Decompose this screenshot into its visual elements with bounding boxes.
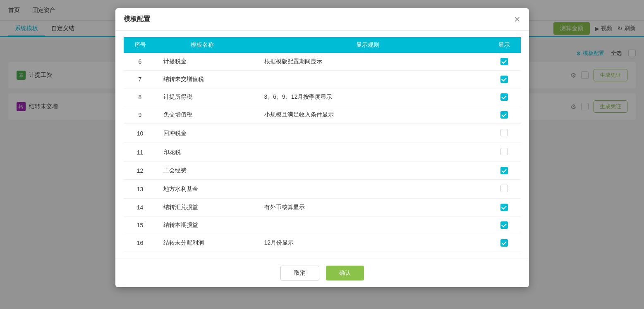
table-row: 13地方水利基金 (124, 180, 521, 199)
row-checkbox[interactable] (500, 76, 508, 83)
row-rule: 根据模版配置期间显示 (248, 53, 488, 71)
modal-header: 模板配置 ✕ (115, 8, 529, 31)
row-rule (248, 143, 488, 162)
row-checkbox-cell (488, 71, 521, 88)
row-id: 11 (124, 143, 157, 162)
row-checkbox-cell (488, 234, 521, 252)
modal-overlay: 模板配置 ✕ 序号 模板名称 显示规则 显示 6计提税金根据模版配置期间显示7结… (0, 0, 644, 309)
row-name: 结转未分配利润 (157, 234, 248, 252)
row-checkbox-cell (488, 143, 521, 162)
modal-footer: 取消 确认 (115, 259, 529, 287)
modal-title: 模板配置 (124, 15, 150, 24)
config-table: 序号 模板名称 显示规则 显示 6计提税金根据模版配置期间显示7结转未交增值税8… (124, 37, 521, 252)
row-checkbox[interactable] (500, 185, 508, 192)
row-name: 印花税 (157, 143, 248, 162)
row-rule (248, 180, 488, 199)
row-checkbox[interactable] (500, 58, 508, 65)
table-row: 16结转未分配利润12月份显示 (124, 234, 521, 252)
row-rule (248, 124, 488, 143)
row-rule: 3、6、9、12月按季度显示 (248, 88, 488, 106)
row-checkbox-cell (488, 162, 521, 180)
row-id: 12 (124, 162, 157, 180)
row-id: 8 (124, 88, 157, 106)
row-checkbox-cell (488, 53, 521, 71)
col-header-name: 模板名称 (157, 37, 248, 53)
row-id: 13 (124, 180, 157, 199)
row-rule: 小规模且满足收入条件显示 (248, 106, 488, 124)
table-row: 12工会经费 (124, 162, 521, 180)
row-rule (248, 71, 488, 88)
cancel-button[interactable]: 取消 (280, 266, 319, 280)
table-row: 14结转汇兑损益有外币核算显示 (124, 199, 521, 216)
row-checkbox[interactable] (500, 167, 508, 174)
row-checkbox-cell (488, 180, 521, 199)
modal-close-button[interactable]: ✕ (514, 15, 521, 24)
row-rule: 12月份显示 (248, 234, 488, 252)
row-id: 15 (124, 216, 157, 234)
row-checkbox-cell (488, 106, 521, 124)
row-name: 结转本期损益 (157, 216, 248, 234)
table-row: 9免交增值税小规模且满足收入条件显示 (124, 106, 521, 124)
row-name: 免交增值税 (157, 106, 248, 124)
col-header-rule: 显示规则 (248, 37, 488, 53)
row-name: 地方水利基金 (157, 180, 248, 199)
row-name: 工会经费 (157, 162, 248, 180)
row-checkbox[interactable] (500, 239, 508, 247)
confirm-button[interactable]: 确认 (326, 266, 364, 280)
row-checkbox-cell (488, 199, 521, 216)
table-row: 11印花税 (124, 143, 521, 162)
row-checkbox-cell (488, 88, 521, 106)
template-config-modal: 模板配置 ✕ 序号 模板名称 显示规则 显示 6计提税金根据模版配置期间显示7结… (115, 8, 529, 287)
row-id: 14 (124, 199, 157, 216)
table-row: 7结转未交增值税 (124, 71, 521, 88)
row-checkbox[interactable] (500, 129, 508, 136)
row-id: 16 (124, 234, 157, 252)
table-row: 10回冲税金 (124, 124, 521, 143)
table-row: 15结转本期损益 (124, 216, 521, 234)
row-rule (248, 162, 488, 180)
row-rule: 有外币核算显示 (248, 199, 488, 216)
row-name: 计提税金 (157, 53, 248, 71)
row-id: 10 (124, 124, 157, 143)
row-name: 结转汇兑损益 (157, 199, 248, 216)
row-id: 7 (124, 71, 157, 88)
row-id: 6 (124, 53, 157, 71)
row-name: 结转未交增值税 (157, 71, 248, 88)
row-checkbox[interactable] (500, 204, 508, 211)
row-checkbox[interactable] (500, 221, 508, 229)
row-checkbox-cell (488, 216, 521, 234)
row-name: 回冲税金 (157, 124, 248, 143)
table-row: 8计提所得税3、6、9、12月按季度显示 (124, 88, 521, 106)
row-checkbox[interactable] (500, 148, 508, 155)
table-row: 6计提税金根据模版配置期间显示 (124, 53, 521, 71)
row-checkbox[interactable] (500, 93, 508, 101)
row-rule (248, 216, 488, 234)
col-header-id: 序号 (124, 37, 157, 53)
row-name: 计提所得税 (157, 88, 248, 106)
row-checkbox[interactable] (500, 111, 508, 119)
row-checkbox-cell (488, 124, 521, 143)
modal-body: 序号 模板名称 显示规则 显示 6计提税金根据模版配置期间显示7结转未交增值税8… (115, 31, 529, 259)
col-header-show: 显示 (488, 37, 521, 53)
row-id: 9 (124, 106, 157, 124)
